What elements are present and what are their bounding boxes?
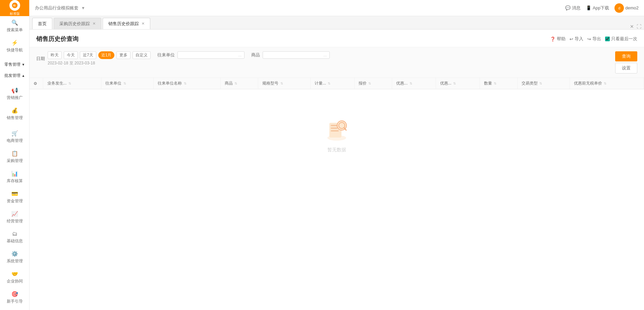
sidebar-item-guide[interactable]: 🎯 新手引导 [0, 288, 29, 308]
tab-home[interactable]: 首页 [32, 18, 52, 29]
sidebar-item-finance[interactable]: 💳 资金管理 [0, 187, 29, 207]
sidebar-item-basic[interactable]: 🗂 基础信息 [0, 227, 29, 247]
import-label: 导入 [575, 36, 583, 42]
sidebar-item-quick-label: 快捷导航 [7, 47, 23, 53]
date-btn-7days[interactable]: 近7天 [80, 51, 96, 59]
th-customer-code[interactable]: 往来单位 ⇅ [101, 78, 154, 89]
date-range-display: 2023-02-18 至 2023-03-18 [48, 60, 151, 66]
export-icon: ↪ [587, 37, 591, 42]
th-product[interactable]: 商品 ⇅ [220, 78, 258, 89]
help-button[interactable]: ❓ 帮助 [550, 36, 566, 42]
logo-icon: 畅 [9, 0, 20, 11]
search-icon: 🔍 [11, 19, 18, 26]
message-button[interactable]: 💬 消息 [565, 5, 581, 11]
page-content: 销售历史价查询 ❓ 帮助 ↩ 导入 ↪ 导出 只看最后一次 [30, 30, 644, 310]
sidebar-item-wholesale[interactable]: 批发管理 ▲ [0, 70, 29, 81]
user-profile-button[interactable]: d demo2 [614, 3, 639, 13]
sidebar-item-purchase[interactable]: 📋 采购管理 [0, 147, 29, 167]
operations-icon: 📈 [11, 211, 18, 217]
close-sales-tab[interactable]: ✕ [142, 21, 145, 26]
sidebar-item-ecommerce[interactable]: 🛒 电商管理 [0, 127, 29, 147]
header-actions: ❓ 帮助 ↩ 导入 ↪ 导出 只看最后一次 [550, 36, 637, 42]
date-filters: 昨天 今天 近7天 近1月 更多 自定义 2023-02-18 至 2023-0… [48, 51, 151, 66]
sidebar-item-system[interactable]: ⚙️ 系统管理 [0, 247, 29, 267]
sidebar-item-retail[interactable]: 零售管理 ▼ [0, 59, 29, 70]
date-btn-custom[interactable]: 自定义 [132, 51, 151, 59]
sidebar-item-search[interactable]: 🔍 搜索菜单 [0, 16, 29, 36]
customer-filter-input[interactable]: ... [177, 51, 245, 59]
th-unit-label: 计量... [315, 81, 326, 86]
setting-button[interactable]: 设置 [615, 63, 637, 73]
sidebar-item-enterprise[interactable]: 🤝 企业协同 [0, 267, 29, 288]
import-button[interactable]: ↩ 导入 [570, 36, 583, 42]
th-unit[interactable]: 计量... ⇅ [311, 78, 355, 89]
product-filter-input[interactable]: ... [263, 51, 330, 59]
filter-buttons: 查询 设置 [615, 51, 637, 73]
guide-icon: 🎯 [11, 291, 18, 297]
sales-icon: 💰 [11, 107, 18, 114]
customer-more-icon: ... [238, 53, 241, 57]
product-more-icon: ... [323, 53, 327, 57]
sidebar-item-marketing-label: 营销推广 [7, 95, 23, 101]
app-download-button[interactable]: 📱 App下载 [586, 5, 609, 11]
sort-discount2-icon: ⇅ [453, 82, 456, 85]
export-button[interactable]: ↪ 导出 [587, 36, 601, 42]
show-last-checkbox[interactable] [605, 37, 610, 41]
main-area: 办公用品行业模拟账套 ▼ 💬 消息 📱 App下载 d demo2 首页 [30, 0, 644, 310]
th-price-label: 报价 [359, 81, 367, 86]
th-trade-type[interactable]: 交易类型 ⇅ [518, 78, 570, 89]
sidebar-item-purchase-label: 采购管理 [7, 158, 23, 164]
th-biz-date-label: 业务发生... [47, 81, 67, 86]
tab-sales[interactable]: 销售历史价跟踪 ✕ [103, 18, 150, 29]
basic-icon: 🗂 [12, 231, 17, 237]
th-spec-label: 规格型号 [262, 81, 278, 86]
help-icon: ❓ [550, 37, 555, 42]
sidebar-item-inventory-label: 库存核算 [7, 178, 23, 184]
show-last-label: 只看最后一次 [611, 36, 637, 42]
lightning-icon: ⚡ [11, 40, 18, 46]
date-btn-yesterday[interactable]: 昨天 [48, 51, 62, 59]
sidebar-item-marketing[interactable]: 📢 营销推广 [0, 84, 29, 104]
th-quantity[interactable]: 数量 ⇅ [480, 78, 518, 89]
sidebar-item-wholesale-label: 批发管理 [4, 73, 20, 79]
th-customer-name[interactable]: 往来单位名称 ⇅ [154, 78, 220, 89]
th-pretax-price[interactable]: 优惠前无税单价 ⇅ [570, 78, 644, 89]
show-last-wrapper[interactable]: 只看最后一次 [605, 36, 637, 42]
date-filter-group: 日期 昨天 今天 近7天 近1月 更多 自定义 2023-02-18 至 202… [36, 51, 151, 66]
th-price[interactable]: 报价 ⇅ [354, 78, 392, 89]
sidebar-item-finance-label: 资金管理 [7, 198, 23, 204]
avatar: d [614, 3, 624, 13]
topbar-left: 办公用品行业模拟账套 ▼ [35, 5, 85, 11]
tab-purchase[interactable]: 采购历史价跟踪 ✕ [54, 18, 101, 29]
th-discount2[interactable]: 优惠... ⇅ [436, 78, 480, 89]
workspace-dropdown[interactable]: ▼ [81, 6, 85, 10]
sidebar-item-quick[interactable]: ⚡ 快捷导航 [0, 36, 29, 56]
close-all-tabs-button[interactable]: ✕ [630, 24, 634, 29]
topbar-right: 💬 消息 📱 App下载 d demo2 [565, 3, 639, 13]
sidebar-item-apps[interactable]: 📱 应用中心 [0, 308, 29, 310]
empty-text: 暂无数据 [327, 147, 346, 153]
table-header: ⚙ 业务发生... ⇅ 往来单位 ⇅ 往来单位名称 ⇅ [30, 78, 644, 89]
th-quantity-label: 数量 [484, 81, 492, 86]
sidebar-item-system-label: 系统管理 [7, 258, 23, 264]
query-button[interactable]: 查询 [615, 51, 637, 61]
sort-biz-date-icon: ⇅ [68, 82, 71, 85]
sidebar-item-inventory[interactable]: 📊 库存核算 [0, 167, 29, 187]
th-discount1[interactable]: 优惠... ⇅ [392, 78, 436, 89]
date-btn-1month[interactable]: 近1月 [98, 51, 115, 59]
finance-icon: 💳 [11, 191, 18, 197]
date-btn-today[interactable]: 今天 [64, 51, 78, 59]
close-purchase-tab[interactable]: ✕ [93, 21, 96, 26]
tab-sales-label: 销售历史价跟踪 [108, 21, 139, 27]
fullscreen-button[interactable]: ⛶ [637, 24, 641, 29]
app-download-label: App下载 [593, 5, 609, 11]
sidebar-item-sales-mgmt[interactable]: 💰 销售管理 [0, 104, 29, 124]
sidebar-item-operations-label: 经营管理 [7, 218, 23, 224]
th-settings[interactable]: ⚙ [30, 78, 43, 89]
sidebar-item-ecommerce-label: 电商管理 [7, 138, 23, 144]
username-label: demo2 [625, 5, 639, 10]
th-spec[interactable]: 规格型号 ⇅ [258, 78, 311, 89]
sidebar-item-operations[interactable]: 📈 经营管理 [0, 207, 29, 227]
th-biz-date[interactable]: 业务发生... ⇅ [43, 78, 101, 89]
date-btn-more[interactable]: 更多 [116, 51, 130, 59]
